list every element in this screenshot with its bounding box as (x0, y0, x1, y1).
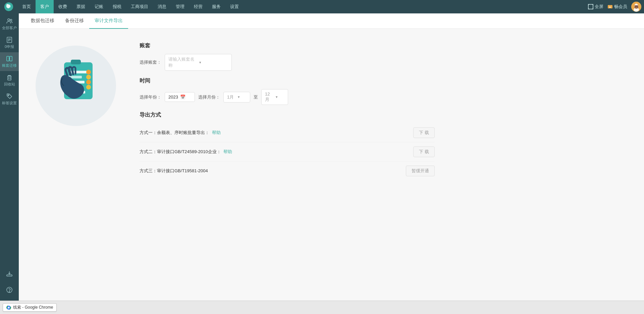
form-area: 账套 选择账套： 请输入账套名称 ▾ 时间 选择年份： (140, 39, 435, 185)
sidebar-item-trash[interactable]: 回收站 (0, 71, 19, 90)
svg-text:🐻: 🐻 (634, 5, 639, 9)
tab-bar: 数据包迁移 备份迁移 审计文件导出 (19, 13, 644, 29)
top-navigation: 首页 客户 收费 票据 记账 报税 工商项目 消息 管理 经营 服务 设置 全屏… (0, 0, 644, 13)
svg-rect-15 (10, 56, 12, 61)
export-method-1: 方式一：余额表、序时账批量导出： 帮助 下 载 (140, 123, 435, 142)
sidebar-item-tags[interactable]: 标签设置 (0, 90, 19, 109)
export-method-3-label: 方式三：审计接口GB/T19581-2004 (140, 168, 208, 174)
content-area: 数据包迁移 备份迁移 审计文件导出 (19, 13, 644, 301)
svg-point-22 (9, 292, 10, 292)
svg-point-30 (86, 75, 91, 79)
svg-point-35 (8, 307, 10, 308)
sidebar-label-migrate: 账套迁移 (2, 63, 17, 68)
soon-button[interactable]: 暂缓开通 (406, 166, 435, 176)
month-label: 选择月份： (198, 94, 220, 100)
vip-button[interactable]: ▶ 畅会员 (607, 4, 627, 10)
sidebar-item-all-customers[interactable]: 全部客户 (0, 15, 19, 34)
to-text: 至 (254, 94, 258, 100)
illustration-circle (36, 46, 116, 126)
sidebar-label-customers: 全部客户 (2, 25, 17, 30)
nav-manage[interactable]: 管理 (171, 0, 189, 13)
chevron-down-icon-month-end: ▾ (276, 95, 284, 99)
sidebar-label-declaration: 0申报 (5, 44, 14, 49)
sidebar-item-declaration[interactable]: 0申报 (0, 34, 19, 52)
svg-point-19 (8, 95, 9, 96)
account-row: 选择账套： 请输入账套名称 ▾ (140, 54, 435, 71)
app-logo[interactable] (3, 1, 15, 13)
vip-label: 畅会员 (614, 4, 627, 10)
fullscreen-label: 全屏 (595, 4, 603, 10)
main-layout: 全部客户 0申报 账套迁移 (0, 13, 644, 301)
taskbar-chrome[interactable]: 线索 - Google Chrome (3, 303, 57, 312)
month-start-select[interactable]: 1月 ▾ (223, 92, 250, 103)
svg-point-8 (8, 19, 10, 21)
avatar[interactable]: 🐻 (631, 2, 641, 12)
tab-backup-migrate[interactable]: 备份迁移 (60, 13, 89, 29)
svg-rect-1 (588, 4, 593, 9)
sidebar-bottom-download[interactable] (0, 266, 19, 281)
export-method-2-label: 方式二：审计接口GB/T24589-2010企业： 帮助 (140, 149, 232, 155)
export-section-title: 导出方式 (140, 112, 435, 119)
sidebar-item-migrate[interactable]: 账套迁移 (0, 52, 19, 71)
account-select[interactable]: 请输入账套名称 ▾ (165, 54, 232, 71)
account-label: 选择账套： (140, 59, 161, 65)
sidebar-label-trash: 回收站 (4, 82, 15, 87)
month-start-value: 1月 (227, 94, 236, 100)
export-method-1-label: 方式一：余额表、序时账批量导出： 帮助 (140, 130, 221, 136)
calendar-icon: 📅 (180, 95, 185, 100)
year-label: 选择年份： (140, 94, 161, 100)
svg-rect-33 (71, 60, 81, 64)
download-button-2[interactable]: 下 载 (413, 146, 435, 157)
account-placeholder: 请输入账套名称 (168, 56, 197, 68)
help-link-1[interactable]: 帮助 (212, 130, 221, 135)
time-row: 选择年份： 2023 📅 选择月份： 1月 ▾ 至 (140, 89, 435, 105)
svg-point-29 (86, 70, 91, 74)
nav-operate[interactable]: 经营 (189, 0, 207, 13)
nav-service[interactable]: 服务 (207, 0, 225, 13)
tab-data-migrate[interactable]: 数据包迁移 (25, 13, 60, 29)
month-end-select[interactable]: 12月 ▾ (261, 89, 288, 105)
export-method-3: 方式三：审计接口GB/T19581-2004 暂缓开通 (140, 162, 435, 180)
sidebar-bottom (0, 266, 19, 301)
fullscreen-button[interactable]: 全屏 (588, 4, 603, 10)
month-end-value: 12月 (265, 91, 274, 103)
page-content: 账套 选择账套： 请输入账套名称 ▾ 时间 选择年份： (19, 29, 644, 301)
nav-settings[interactable]: 设置 (225, 0, 244, 13)
nav-invoice[interactable]: 票据 (72, 0, 90, 13)
nav-items: 首页 客户 收费 票据 记账 报税 工商项目 消息 管理 经营 服务 设置 (17, 0, 588, 13)
nav-business[interactable]: 工商项目 (126, 0, 153, 13)
export-section: 导出方式 方式一：余额表、序时账批量导出： 帮助 下 载 方式二：审计接口GB/… (140, 112, 435, 180)
sidebar: 全部客户 0申报 账套迁移 (0, 13, 19, 301)
svg-rect-16 (8, 76, 11, 80)
taskbar: 线索 - Google Chrome (0, 301, 644, 314)
year-value: 2023 (168, 95, 178, 100)
tab-audit-export[interactable]: 审计文件导出 (89, 13, 128, 29)
chevron-down-icon-month: ▾ (238, 95, 247, 99)
help-link-2[interactable]: 帮助 (223, 149, 232, 154)
svg-point-31 (86, 80, 91, 84)
export-method-2: 方式二：审计接口GB/T24589-2010企业： 帮助 下 载 (140, 142, 435, 162)
sidebar-label-tags: 标签设置 (2, 101, 17, 106)
nav-home[interactable]: 首页 (17, 0, 36, 13)
svg-rect-14 (7, 56, 9, 61)
time-section: 时间 选择年份： 2023 📅 选择月份： 1月 ▾ (140, 77, 435, 105)
illustration-area (32, 39, 119, 126)
svg-text:▶: ▶ (609, 6, 611, 8)
page-inner: 账套 选择账套： 请输入账套名称 ▾ 时间 选择年份： (32, 39, 435, 185)
account-section-title: 账套 (140, 42, 435, 49)
download-button-1[interactable]: 下 载 (413, 127, 435, 138)
taskbar-chrome-label: 线索 - Google Chrome (13, 305, 53, 310)
svg-rect-20 (7, 275, 12, 276)
chevron-down-icon: ▾ (199, 60, 228, 65)
nav-charge[interactable]: 收费 (54, 0, 72, 13)
svg-point-9 (10, 19, 12, 21)
year-input[interactable]: 2023 📅 (165, 92, 195, 102)
nav-right: 全屏 ▶ 畅会员 🐻 (588, 2, 641, 12)
nav-tax[interactable]: 报税 (108, 0, 126, 13)
svg-point-32 (86, 85, 91, 89)
nav-message[interactable]: 消息 (153, 0, 171, 13)
time-section-title: 时间 (140, 77, 435, 84)
nav-customer[interactable]: 客户 (36, 0, 54, 13)
sidebar-bottom-help[interactable] (0, 282, 19, 297)
nav-bookkeeping[interactable]: 记账 (90, 0, 108, 13)
